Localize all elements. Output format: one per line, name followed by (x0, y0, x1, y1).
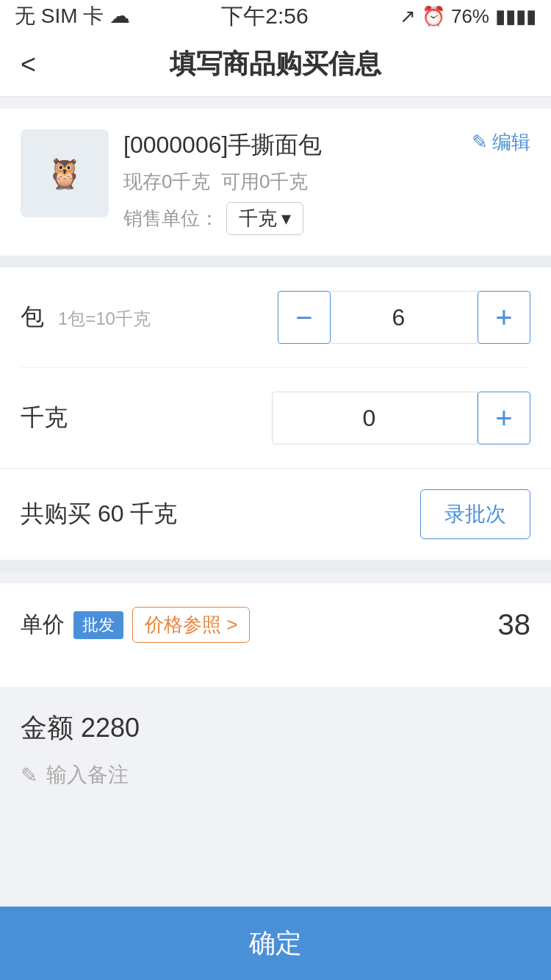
bag-label: 包 1包=10千克 (21, 301, 151, 334)
bag-qty-input[interactable] (331, 291, 478, 344)
kg-qty-input[interactable] (272, 392, 478, 444)
dropdown-icon: ▾ (281, 207, 291, 230)
price-ref-button[interactable]: 价格参照 > (132, 607, 250, 643)
note-row: ✎ 输入备注 (21, 761, 530, 789)
kg-qty-control: + (272, 392, 530, 444)
price-label: 单价 批发 价格参照 > (21, 607, 250, 643)
quantity-section: 包 1包=10千克 − + 千克 + (0, 267, 551, 468)
unit-select[interactable]: 千克 ▾ (226, 202, 303, 235)
product-image: 🦉 (21, 129, 109, 217)
amount-row: 金额 2280 (21, 710, 530, 746)
product-unit: 销售单位： 千克 ▾ (123, 202, 530, 235)
bag-plus-button[interactable]: + (478, 291, 530, 344)
note-placeholder[interactable]: 输入备注 (46, 761, 129, 789)
product-logo-icon: 🦉 (46, 156, 83, 191)
price-row: 单价 批发 价格参照 > 38 (21, 607, 530, 643)
status-bar: 无 SIM 卡 ☁ 下午2:56 ↗ ⏰ 76% ▮▮▮▮ (0, 0, 551, 32)
status-time: 下午2:56 (221, 1, 308, 32)
product-name: [0000006]手撕面包 (123, 129, 530, 162)
bag-qty-control: − + (278, 291, 530, 344)
confirm-button[interactable]: 确定 (0, 907, 551, 980)
section-divider-1 (0, 256, 551, 267)
price-tag: 批发 (73, 611, 123, 639)
status-right: ↗ ⏰ 76% ▮▮▮▮ (400, 5, 536, 28)
product-card: 🦉 [0000006]手撕面包 现存0千克 可用0千克 销售单位： 千克 ▾ ✎… (0, 109, 551, 256)
product-info: [0000006]手撕面包 现存0千克 可用0千克 销售单位： 千克 ▾ (123, 129, 530, 235)
total-row: 共购买 60 千克 录批次 (0, 468, 551, 560)
signal-text: 无 SIM 卡 ☁ (15, 2, 130, 30)
kg-label: 千克 (21, 402, 68, 434)
price-value: 38 (498, 608, 531, 641)
location-icon: ↗ (400, 5, 416, 28)
alarm-icon: ⏰ (422, 5, 445, 28)
bag-quantity-row: 包 1包=10千克 − + (21, 267, 530, 368)
product-stock: 现存0千克 可用0千克 (123, 169, 530, 195)
bag-hint: 1包=10千克 (58, 309, 151, 328)
record-batch-button[interactable]: 录批次 (420, 489, 530, 539)
bag-minus-button[interactable]: − (278, 291, 331, 344)
edit-button[interactable]: ✎ 编辑 (472, 129, 530, 155)
bottom-spacer (0, 804, 551, 892)
kg-quantity-row: 千克 + (21, 368, 530, 468)
edit-icon: ✎ (472, 131, 488, 154)
kg-plus-button[interactable]: + (478, 392, 530, 444)
price-section: 单价 批发 价格参照 > 38 (0, 583, 551, 687)
battery-icon: ▮▮▮▮ (495, 5, 536, 28)
page-title: 填写商品购买信息 (170, 46, 381, 82)
note-icon: ✎ (21, 763, 37, 788)
amount-section: 金额 2280 ✎ 输入备注 (0, 687, 551, 804)
battery-text: 76% (451, 5, 489, 28)
status-left: 无 SIM 卡 ☁ (15, 2, 130, 30)
total-label: 共购买 60 千克 (21, 498, 177, 530)
nav-bar: < 填写商品购买信息 (0, 32, 551, 97)
back-button[interactable]: < (21, 49, 36, 80)
section-divider-2 (0, 560, 551, 572)
